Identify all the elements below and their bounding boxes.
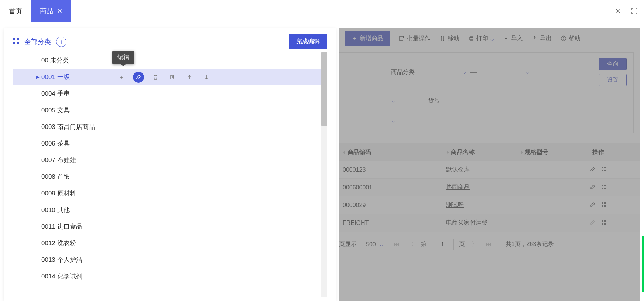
- query-button[interactable]: 查询: [599, 58, 627, 70]
- row-edit-icon[interactable]: [590, 184, 596, 191]
- row-more-icon[interactable]: [601, 202, 607, 209]
- col-code[interactable]: ▲▼商品编码: [339, 148, 442, 156]
- cell-actions: [557, 219, 640, 227]
- chevron-down-icon: ⌵: [526, 69, 529, 75]
- svg-rect-24: [17, 42, 19, 44]
- tree-item-actions: ＋: [116, 72, 212, 83]
- tree-item-label: 0006 茶具: [41, 139, 70, 148]
- close-all-tabs-icon[interactable]: [612, 4, 625, 18]
- filter-unknown-1[interactable]: ⌵: [347, 95, 395, 106]
- row-edit-icon[interactable]: [590, 166, 596, 174]
- filter-category-from[interactable]: ⌵: [418, 66, 466, 78]
- cell-actions: [557, 166, 640, 174]
- tree-item[interactable]: 0009 原材料: [13, 185, 321, 202]
- col-op: 操作: [557, 148, 640, 156]
- svg-rect-20: [604, 223, 606, 225]
- print-button[interactable]: 打印 ⌵: [468, 35, 494, 42]
- cell-name[interactable]: 测试呀: [442, 201, 516, 209]
- tree-item[interactable]: 0011 进口食品: [13, 218, 321, 235]
- tree-item[interactable]: 0003 南昌门店商品: [13, 119, 321, 135]
- add-product-button[interactable]: ＋ 新增商品: [345, 31, 390, 46]
- batch-ops-button[interactable]: 批量操作: [399, 35, 431, 42]
- tree-item-label: 0007 布娃娃: [41, 156, 76, 164]
- tree-item-label: 0008 首饰: [41, 172, 70, 181]
- tree-item[interactable]: 0004 手串: [13, 85, 321, 102]
- range-dash: —: [470, 68, 477, 76]
- move-up-icon[interactable]: [184, 72, 195, 83]
- page-input[interactable]: [432, 239, 454, 250]
- sort-icon: ▲▼: [446, 151, 449, 154]
- row-more-icon[interactable]: [601, 166, 607, 174]
- cell-code: 000600001: [339, 184, 442, 191]
- edit-icon[interactable]: [133, 72, 144, 83]
- close-icon[interactable]: ✕: [57, 7, 62, 15]
- export-button[interactable]: 导出: [532, 35, 552, 42]
- tree-item[interactable]: 0008 首饰: [13, 168, 321, 185]
- tree-item-label: 0011 进口食品: [41, 222, 82, 231]
- tree-item[interactable]: 0007 布娃娃: [13, 152, 321, 168]
- svg-rect-7: [602, 170, 603, 171]
- last-page-button[interactable]: ⏭: [484, 240, 493, 249]
- row-more-icon[interactable]: [601, 184, 607, 191]
- tree-item[interactable]: 0006 茶具: [13, 135, 321, 152]
- svg-rect-18: [604, 220, 606, 222]
- table-header: ▲▼商品编码 ▲▼商品名称 ▲▼规格型号 操作: [339, 143, 640, 161]
- tree-item[interactable]: 0014 化学试剂: [13, 268, 321, 285]
- svg-rect-22: [17, 38, 19, 40]
- add-child-icon[interactable]: ＋: [116, 72, 127, 83]
- help-button[interactable]: ? 帮助: [561, 35, 580, 42]
- edit-tooltip: 编辑: [112, 51, 134, 64]
- svg-rect-25: [171, 75, 174, 79]
- tree-item-label: 0010 其他: [41, 206, 70, 214]
- svg-rect-1: [470, 36, 472, 38]
- move-button[interactable]: 移动: [439, 35, 459, 42]
- tab-home[interactable]: 首页: [0, 0, 31, 22]
- table-row: 0000123 默认仓库: [339, 161, 640, 179]
- row-more-icon[interactable]: [601, 219, 607, 227]
- tree-item-label: 0005 文具: [41, 106, 70, 114]
- svg-rect-21: [13, 38, 15, 40]
- table-row: 0000029 测试呀: [339, 196, 640, 214]
- col-spec[interactable]: ▲▼规格型号: [516, 148, 557, 156]
- filter-unknown-2[interactable]: ⌵: [347, 115, 395, 126]
- pagination: 页显示 500 ⌵ ⏮ 〈 第 页 〉 ⏭ 共1页，263条记录: [339, 239, 640, 250]
- svg-rect-13: [602, 202, 603, 204]
- tree-item[interactable]: 00 未分类: [13, 52, 321, 69]
- tree-item[interactable]: 0012 洗衣粉: [13, 235, 321, 252]
- cell-code: FREIGHT: [339, 220, 442, 226]
- cell-name[interactable]: 默认仓库: [442, 166, 516, 174]
- scrollbar-thumb[interactable]: [321, 52, 327, 126]
- add-category-button[interactable]: ＋: [56, 37, 66, 47]
- delete-icon[interactable]: [150, 72, 161, 83]
- tree-item[interactable]: 0005 文具: [13, 102, 321, 119]
- svg-rect-15: [602, 205, 603, 207]
- tree-item-label: 0009 原材料: [41, 189, 76, 198]
- move-down-icon[interactable]: [201, 72, 212, 83]
- perpage-select[interactable]: 500 ⌵: [362, 239, 387, 250]
- filter-category-to[interactable]: ⌵: [481, 66, 529, 78]
- row-edit-icon[interactable]: [590, 202, 596, 209]
- col-name[interactable]: ▲▼商品名称: [442, 148, 516, 156]
- tree-item[interactable]: ▸0001 一级 ＋: [13, 69, 321, 85]
- tree-item-label: 00 未分类: [41, 56, 69, 65]
- plus-icon: ＋: [352, 35, 357, 42]
- tab-product[interactable]: 商品 ✕: [31, 0, 71, 22]
- category-tree: 00 未分类▸0001 一级 ＋ 0004 手串0005 文具0003 南昌门店…: [13, 52, 327, 297]
- tree-item[interactable]: 0010 其他: [13, 202, 321, 218]
- cell-name[interactable]: 协同商品: [442, 184, 516, 191]
- cell-name: 电商买家付运费: [442, 219, 516, 227]
- svg-rect-19: [602, 223, 603, 225]
- setting-button[interactable]: 设置: [599, 74, 627, 86]
- tree-item[interactable]: 0013 个人护洁: [13, 252, 321, 268]
- finish-edit-button[interactable]: 完成编辑: [289, 34, 327, 49]
- chevron-down-icon: ⌵: [490, 35, 494, 42]
- first-page-button[interactable]: ⏮: [393, 240, 401, 249]
- perpage-label: 页显示: [339, 240, 357, 248]
- copy-icon[interactable]: [167, 72, 178, 83]
- import-button[interactable]: 导入: [503, 35, 523, 42]
- next-page-button[interactable]: 〉: [470, 239, 479, 250]
- scrollbar-track[interactable]: [321, 52, 327, 297]
- fullscreen-icon[interactable]: [628, 4, 641, 18]
- prev-page-button[interactable]: 〈: [407, 239, 415, 250]
- svg-rect-14: [604, 202, 606, 204]
